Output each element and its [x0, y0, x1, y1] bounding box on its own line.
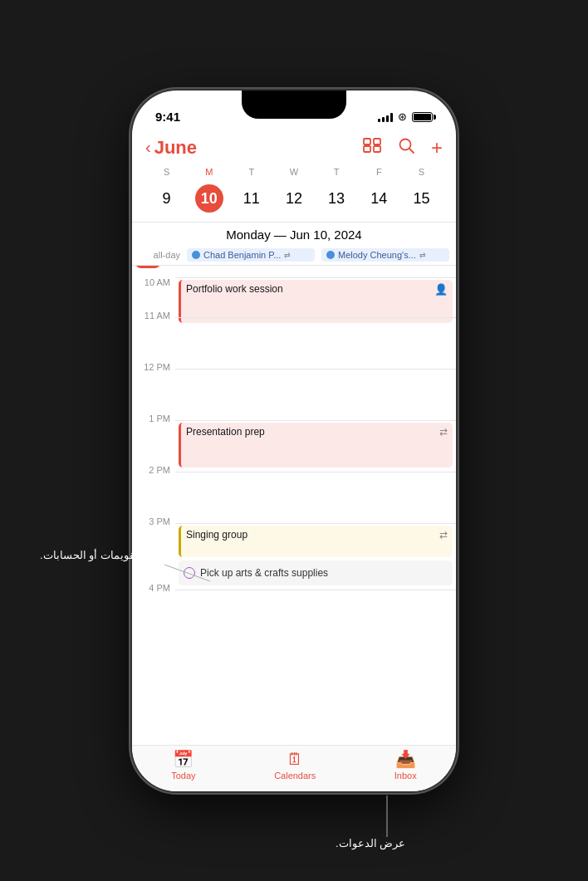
notch: [242, 91, 346, 119]
day-label-wed: W: [272, 165, 315, 179]
annotation-bottom: عرض الدعوات.: [336, 837, 405, 849]
event-presentation[interactable]: Presentation prep ⇄: [179, 423, 453, 467]
tab-calendars[interactable]: 🗓 Calendars: [274, 750, 316, 781]
all-day-dot-1: [192, 251, 200, 259]
svg-rect-3: [374, 146, 380, 152]
time-11am: 11 AM: [132, 311, 175, 369]
timeline-11am: [175, 317, 456, 369]
timeslot-2pm: 2 PM: [132, 472, 456, 523]
current-time-badge: 9:41: [135, 266, 160, 268]
annotation-left: تغيير التقويمات أو الحسابات.: [40, 548, 169, 563]
calendars-icon: 🗓: [287, 750, 303, 769]
timeline-1pm: Presentation prep ⇄: [175, 420, 456, 472]
battery-icon: [412, 112, 433, 122]
month-title: June: [154, 137, 197, 159]
timeslot-11am: 11 AM: [132, 317, 456, 369]
tab-inbox[interactable]: 📥 Inbox: [394, 749, 417, 781]
all-day-text-2: Melody Cheung's...: [338, 250, 416, 260]
day-label-sun: S: [145, 165, 188, 179]
time-2pm: 2 PM: [132, 465, 175, 523]
header-icons: +: [363, 137, 443, 158]
date-10[interactable]: 10: [188, 182, 230, 215]
month-nav[interactable]: ‹ June: [145, 137, 197, 159]
time-1pm: 1 PM: [132, 414, 175, 472]
day-label-fri: F: [358, 165, 400, 179]
event-singing[interactable]: Singing group ⇄: [179, 526, 453, 557]
reminder-title: Pick up arts & crafts supplies: [200, 567, 328, 579]
timeslot-4pm: 4 PM: [132, 590, 456, 606]
sync-icon-2: ⇄: [419, 251, 426, 259]
all-day-event-melody[interactable]: Melody Cheung's... ⇄: [321, 248, 449, 262]
date-13[interactable]: 13: [316, 182, 358, 215]
bottom-tab-bar: 📅 Today 🗓 Calendars 📥 Inbox: [132, 745, 456, 791]
calendar-header: ‹ June: [132, 132, 456, 215]
singing-sync-icon: ⇄: [439, 529, 448, 541]
person-icon: 👤: [434, 283, 448, 296]
time-12pm: 12 PM: [132, 362, 175, 420]
all-day-row: all-day Chad Benjamin P... ⇄ Melody Cheu…: [132, 245, 456, 266]
phone-frame: 9:41 ⊛ ‹ June: [132, 91, 456, 791]
all-day-text-1: Chad Benjamin P...: [203, 250, 281, 260]
tab-today-label: Today: [171, 771, 195, 781]
date-11[interactable]: 11: [230, 182, 272, 215]
all-day-dot-2: [326, 251, 335, 259]
callout-left-line: [164, 556, 214, 590]
timeline-10am: Portfolio work session 👤: [175, 277, 456, 317]
today-icon: 📅: [173, 749, 194, 769]
date-14[interactable]: 14: [358, 182, 400, 215]
timeline-2pm: [175, 472, 456, 523]
date-15[interactable]: 15: [400, 182, 443, 215]
grid-view-icon[interactable]: [363, 138, 381, 157]
timeline-4pm: [175, 590, 456, 606]
timeline-3pm: Singing group ⇄ Pick up arts & crafts su…: [175, 523, 456, 590]
timeslot-10am: 9:41 10 AM Portfolio work session 👤: [132, 266, 456, 317]
svg-line-5: [409, 149, 414, 153]
svg-rect-2: [364, 146, 370, 152]
back-arrow-icon[interactable]: ‹: [145, 138, 151, 157]
date-9[interactable]: 9: [145, 182, 188, 215]
wifi-icon: ⊛: [398, 110, 407, 123]
all-day-label: all-day: [139, 250, 180, 260]
tab-today[interactable]: 📅 Today: [171, 749, 195, 781]
day-label-sat: S: [400, 165, 443, 179]
day-label-tue: T: [230, 165, 272, 179]
annotation-bottom-text: عرض الدعوات.: [336, 837, 405, 849]
sync-event-icon: ⇄: [439, 426, 448, 438]
timeline[interactable]: 9:41 10 AM Portfolio work session 👤: [132, 266, 456, 606]
week-dates: 9 10 11 12 13 14 15: [145, 182, 443, 215]
tab-calendars-label: Calendars: [274, 771, 316, 781]
timeslot-1pm: 1 PM Presentation prep ⇄: [132, 420, 456, 472]
day-label-thu: T: [316, 165, 358, 179]
event-reminder[interactable]: Pick up arts & crafts supplies: [179, 560, 453, 585]
signal-icon: [378, 112, 393, 122]
callout-bottom-line: [370, 795, 404, 837]
timeslot-12pm: 12 PM: [132, 369, 456, 420]
tab-inbox-label: Inbox: [394, 771, 417, 781]
event-portfolio-title: Portfolio work session: [186, 283, 283, 295]
status-icons: ⊛: [378, 110, 433, 123]
annotation-left-text: تغيير التقويمات أو الحسابات.: [40, 549, 169, 561]
timeline-12pm: [175, 369, 456, 420]
date-title: Monday — Jun 10, 2024: [132, 222, 456, 245]
date-12[interactable]: 12: [272, 182, 315, 215]
svg-rect-1: [374, 139, 380, 144]
day-label-mon: M: [188, 165, 230, 179]
svg-line-6: [164, 565, 210, 581]
add-event-icon[interactable]: +: [431, 138, 443, 158]
svg-rect-0: [364, 139, 370, 144]
status-time: 9:41: [155, 110, 180, 124]
all-day-event-chad[interactable]: Chad Benjamin P... ⇄: [187, 248, 315, 262]
event-singing-title: Singing group: [186, 529, 247, 541]
search-icon[interactable]: [398, 137, 414, 158]
week-days-header: S M T W T F S: [145, 165, 443, 179]
inbox-icon: 📥: [395, 749, 416, 769]
sync-icon-1: ⇄: [284, 251, 291, 259]
event-presentation-title: Presentation prep: [186, 426, 265, 438]
